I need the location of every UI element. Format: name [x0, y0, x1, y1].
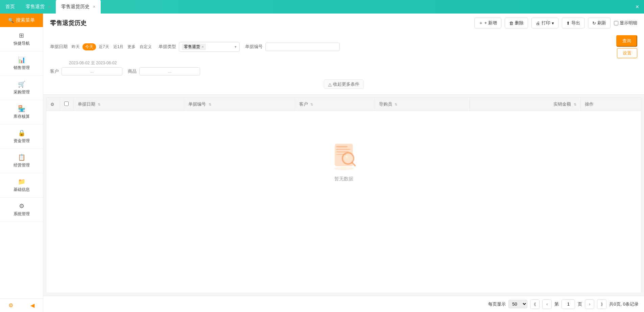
print-button[interactable]: 🖨 打印 ▾ — [531, 18, 558, 28]
page-unit: 页 — [578, 301, 582, 307]
filter-voucher-type-item: 单据类型 零售退货 × ▾ — [159, 42, 240, 52]
collapse-sidebar-icon[interactable]: ◀ — [30, 302, 34, 309]
sidebar-item-ops-mgmt-label: 经营管理 — [14, 162, 30, 168]
quick-nav-icon: ⊞ — [19, 32, 24, 39]
sidebar-item-inventory[interactable]: 🏪 库存核算 — [0, 100, 43, 125]
date-btn-more[interactable]: 更多 — [126, 43, 137, 50]
filter-row-2: 客户 ... 商品 ... — [50, 67, 637, 75]
tab-retail-return-label: 零售退货 — [26, 4, 45, 10]
delete-label: 删除 — [515, 20, 524, 26]
date-btn-yesterday[interactable]: 昨天 — [70, 43, 81, 50]
tab-retail-return-close[interactable]: × — [48, 4, 50, 9]
sidebar-item-purchase-mgmt[interactable]: 🛒 采购管理 — [0, 76, 43, 100]
sidebar-item-sales-mgmt-label: 销售管理 — [14, 65, 30, 71]
page-next-button[interactable]: › — [585, 299, 594, 309]
search-icon: 🔍 — [8, 18, 14, 23]
sidebar-item-sales-mgmt[interactable]: 📊 销售管理 — [0, 51, 43, 76]
new-label: + 新增 — [484, 20, 497, 26]
page-title-row: 零售退货历史 ＋ + 新增 🗑 删除 🖨 打印 ▾ — [50, 18, 637, 28]
collapse-button[interactable]: △ 收起更多条件 — [324, 80, 364, 89]
page-last-button[interactable]: ⟫ — [597, 299, 606, 309]
delete-button[interactable]: 🗑 删除 — [505, 18, 528, 28]
table-container: ⚙ 单据日期 ⇅ 单据编号 ⇅ — [46, 97, 641, 293]
page-prev-button[interactable]: ‹ — [542, 299, 552, 309]
table-setting-icon[interactable]: ⚙ — [50, 102, 54, 107]
refresh-button[interactable]: ↻ 刷新 — [588, 18, 611, 28]
settings-icon[interactable]: ⚙ — [8, 302, 13, 309]
th-no-sort-icon[interactable]: ⇅ — [209, 103, 211, 106]
th-date-sort-icon[interactable]: ⇅ — [98, 103, 100, 106]
export-icon: ⬆ — [566, 21, 570, 26]
th-guide-sort-icon[interactable]: ⇅ — [395, 103, 397, 106]
export-button[interactable]: ⬆ 导出 — [562, 18, 585, 28]
sidebar-search-label: 搜索菜单 — [16, 17, 35, 23]
filter-date-label: 单据日期 — [50, 44, 68, 50]
date-btn-1month[interactable]: 近1月 — [112, 43, 125, 50]
date-btn-custom[interactable]: 自定义 — [138, 43, 153, 50]
query-button[interactable]: 查询 — [616, 35, 637, 47]
collapse-up-icon: △ — [328, 82, 332, 87]
sidebar-item-finance[interactable]: 🔒 资金管理 — [0, 125, 43, 149]
export-label: 导出 — [571, 20, 580, 26]
sidebar-search[interactable]: 🔍 搜索菜单 — [0, 14, 43, 27]
svg-point-7 — [344, 155, 352, 162]
tab-retail-return-history[interactable]: 零售退货历史 × — [56, 0, 101, 14]
sidebar-bottom: ⚙ ◀ — [0, 298, 43, 312]
per-page-select[interactable]: 10 20 50 100 — [508, 300, 527, 308]
sidebar-item-basic-info-label: 基础信息 — [14, 187, 30, 193]
sales-mgmt-icon: 📊 — [18, 56, 25, 64]
sidebar-item-basic-info[interactable]: 📁 基础信息 — [0, 173, 43, 198]
page-number-input[interactable] — [562, 299, 575, 309]
finance-icon: 🔒 — [18, 129, 25, 137]
tab-retail-return[interactable]: 零售退货 × — [20, 0, 56, 14]
filter-area: 单据日期 昨天 今天 近7天 近1月 更多 自定义 单据类型 — [50, 32, 637, 94]
filter-date-group: 昨天 今天 近7天 近1月 更多 自定义 — [70, 43, 153, 50]
empty-state-cell: 暂无数据 — [46, 111, 641, 209]
date-btn-7days[interactable]: 近7天 — [97, 43, 111, 50]
sidebar-item-sys-mgmt[interactable]: ⚙ 系统管理 — [0, 198, 43, 222]
sidebar-item-quick-nav-label: 快捷导航 — [14, 41, 30, 46]
set-label: 设置 — [623, 50, 631, 55]
filter-goods-label: 商品 — [128, 68, 137, 74]
th-amount: 实销金额 ⇅ — [470, 98, 581, 111]
table-body: 暂无数据 — [46, 111, 641, 209]
tab-home[interactable]: 首页 — [0, 0, 20, 14]
sidebar-item-finance-label: 资金管理 — [14, 138, 30, 144]
sidebar-item-quick-nav[interactable]: ⊞ 快捷导航 — [0, 27, 43, 51]
tab-list: 首页 零售退货 × 零售退货历史 × — [0, 0, 630, 14]
new-button[interactable]: ＋ + 新增 — [474, 18, 501, 28]
th-customer: 客户 ⇅ — [295, 98, 375, 111]
collapse-row: △ 收起更多条件 — [50, 78, 637, 92]
filter-row-date-range: 2023-06-02 至 2023-06-02 — [69, 60, 637, 66]
page-header: 零售退货历史 ＋ + 新增 🗑 删除 🖨 打印 ▾ — [43, 14, 644, 95]
svg-rect-2 — [336, 146, 347, 147]
voucher-type-tag-close[interactable]: × — [201, 45, 204, 49]
th-guide-label: 导购员 — [379, 102, 392, 107]
filter-voucher-no-input[interactable] — [265, 43, 340, 51]
th-action: 操作 — [580, 98, 641, 111]
total-text: 共0页, 0条记录 — [609, 301, 639, 307]
th-date-label: 单据日期 — [78, 102, 95, 107]
filter-voucher-type-select[interactable]: 零售退货 × ▾ — [179, 42, 240, 52]
voucher-type-tag-text: 零售退货 — [184, 44, 200, 50]
filter-customer-select[interactable]: ... — [62, 67, 122, 75]
set-button[interactable]: 设置 — [617, 48, 637, 58]
empty-illustration — [327, 138, 361, 172]
th-date: 单据日期 ⇅ — [73, 98, 184, 111]
th-setting: ⚙ — [46, 98, 60, 111]
show-detail-input[interactable] — [614, 21, 618, 25]
purchase-mgmt-icon: 🛒 — [18, 81, 25, 88]
show-detail-checkbox[interactable]: 显示明细 — [614, 20, 637, 26]
sidebar-item-ops-mgmt[interactable]: 📋 经营管理 — [0, 149, 43, 173]
th-customer-sort-icon[interactable]: ⇅ — [310, 103, 313, 106]
date-btn-today[interactable]: 今天 — [82, 43, 96, 50]
window-close-button[interactable]: × — [630, 0, 644, 14]
table-check-all[interactable] — [64, 102, 69, 106]
filter-goods-select[interactable]: ... — [139, 67, 200, 75]
print-label: 打印 — [542, 20, 550, 26]
page-first-button[interactable]: ⟪ — [530, 299, 540, 309]
filter-goods-item: 商品 ... — [128, 67, 200, 75]
empty-text: 暂无数据 — [334, 176, 353, 182]
th-amount-sort-icon[interactable]: ⇅ — [574, 103, 576, 106]
tab-retail-return-history-close[interactable]: × — [93, 4, 95, 9]
